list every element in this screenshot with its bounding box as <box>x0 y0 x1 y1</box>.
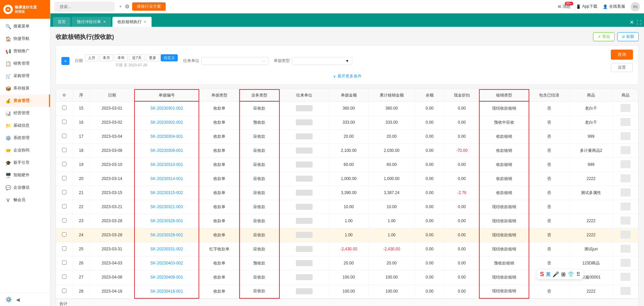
tab-home[interactable]: 首页 <box>53 17 70 27</box>
partner-input[interactable]: ··· <box>201 57 268 65</box>
col-biztype-header[interactable]: 业务类型 <box>239 89 279 101</box>
col-amount-header[interactable]: 单据金额 <box>329 89 368 101</box>
cell-checkbox[interactable] <box>56 115 73 129</box>
row-checkbox[interactable] <box>62 204 66 208</box>
col-goods1-header[interactable]: 商品 <box>569 89 613 101</box>
export-button[interactable]: ↗ 导出 <box>593 32 614 41</box>
docno-link[interactable]: SK-20230302-002 <box>150 120 183 125</box>
cell-checkbox[interactable] <box>56 158 73 172</box>
tab-receipt-exec[interactable]: 收款核销执行 ✕ <box>112 17 152 27</box>
date-last-month[interactable]: 上月 <box>85 54 98 61</box>
user-avatar[interactable]: Rit <box>631 2 640 11</box>
sidebar-item-marketing[interactable]: 📢营销推广 <box>0 45 50 57</box>
docno-link[interactable]: SK-20230321-003 <box>150 204 183 209</box>
global-search-input[interactable] <box>57 3 108 10</box>
col-docno-header[interactable]: 单据编号 <box>135 89 199 101</box>
row-checkbox[interactable] <box>62 148 66 152</box>
sidebar-item-member[interactable]: V畅会员 <box>0 194 50 206</box>
col-balance-header[interactable]: 余额 <box>415 89 444 101</box>
col-offsettype-header[interactable]: 核销类型 <box>479 89 529 101</box>
date-custom[interactable]: 自定义 <box>161 54 178 61</box>
docno-link[interactable]: SK-20230328-002 <box>150 233 183 237</box>
docno-link[interactable]: SK-20230418-001 <box>150 289 183 294</box>
docno-link[interactable]: SK-20230328-001 <box>150 219 183 223</box>
app-download-button[interactable]: 📱 App下载 <box>576 4 597 9</box>
row-checkbox[interactable] <box>62 120 66 124</box>
query-button[interactable]: 查询 <box>611 50 633 60</box>
row-checkbox[interactable] <box>62 134 66 138</box>
tab-payable-close[interactable]: ✕ <box>103 20 106 24</box>
row-checkbox[interactable] <box>62 162 66 166</box>
sidebar-item-inventory[interactable]: 📦库存核算 <box>0 82 50 95</box>
cell-checkbox[interactable] <box>56 129 73 143</box>
row-checkbox[interactable] <box>62 176 66 180</box>
col-partner-header[interactable]: 往来单位 <box>279 89 329 101</box>
sidebar-item-guide[interactable]: 🎓新手引导 <box>0 157 50 169</box>
sidebar-item-wechat[interactable]: 💬企业微信 <box>0 181 50 194</box>
gear-icon[interactable]: ⚙ <box>125 3 129 10</box>
sidebar-item-search[interactable]: 🔍搜索菜单 <box>0 20 50 33</box>
tab-close-window-icon[interactable]: ✕ <box>630 19 634 25</box>
cell-checkbox[interactable] <box>56 172 73 186</box>
expand-more-button[interactable]: ∨ 展开更多条件 <box>61 72 633 80</box>
sidebar-item-system[interactable]: ⚙️系统管理 <box>0 132 50 144</box>
docno-link[interactable]: SK-20230315-002 <box>150 190 183 195</box>
row-checkbox[interactable] <box>62 190 66 194</box>
row-checkbox[interactable] <box>62 289 66 293</box>
sidebar-item-basic[interactable]: 📁基础信息 <box>0 119 50 132</box>
cell-checkbox[interactable] <box>56 101 73 115</box>
date-7days[interactable]: 近7天 <box>129 54 145 61</box>
row-checkbox[interactable] <box>62 232 66 237</box>
docno-link[interactable]: SK-20230301-002 <box>150 106 183 111</box>
col-doctype-header[interactable]: 单据类型 <box>199 89 239 101</box>
row-checkbox[interactable] <box>62 106 66 110</box>
row-checkbox[interactable] <box>62 246 66 251</box>
search-dropdown-icon[interactable]: ▼ <box>119 5 122 8</box>
refresh-button[interactable]: ↺ 刷新 <box>617 32 639 41</box>
settings-footer-icon[interactable]: ⚙️ <box>5 296 12 303</box>
docno-link[interactable]: SK-20230314-001 <box>150 176 183 181</box>
sidebar-item-corp[interactable]: 🤝企业协同 <box>0 144 50 157</box>
date-more[interactable]: 更多 <box>146 54 159 61</box>
col-settled-header[interactable]: 包含已结清 <box>529 89 570 101</box>
sidebar-item-operation[interactable]: 📊经营管理 <box>0 107 50 119</box>
receipt-type-select[interactable]: ▼ <box>292 57 352 65</box>
tab-receipt-close[interactable]: ✕ <box>144 20 147 24</box>
cell-checkbox[interactable] <box>56 186 73 200</box>
docno-link[interactable]: SK-20230408-001 <box>150 275 183 280</box>
cell-checkbox[interactable] <box>56 200 73 214</box>
filter-toggle-button[interactable]: » <box>61 57 69 65</box>
tab-maximize-icon[interactable]: ⛶ <box>637 20 641 25</box>
cell-checkbox[interactable] <box>56 228 73 242</box>
cell-checkbox[interactable] <box>56 143 73 158</box>
sidebar-item-sales[interactable]: 📋销售管理 <box>0 57 50 70</box>
cell-checkbox[interactable] <box>56 256 73 270</box>
docno-link[interactable]: SK-20230308-001 <box>150 148 183 153</box>
date-this-year[interactable]: 本年 <box>114 54 128 61</box>
solution-button[interactable]: 体验行业方案 <box>132 2 166 11</box>
docno-link[interactable]: SK-20230403-002 <box>150 261 183 265</box>
tab-payable[interactable]: 预付冲应付单 ✕ <box>72 17 111 27</box>
cell-checkbox[interactable] <box>56 242 73 256</box>
row-checkbox[interactable] <box>62 274 66 279</box>
partner-dots[interactable]: ··· <box>262 59 265 63</box>
message-button[interactable]: ✉ 消息 99+ <box>558 4 571 9</box>
collapse-icon[interactable]: ◀ <box>16 297 20 302</box>
docno-link[interactable]: SK-20230331-002 <box>150 247 183 251</box>
sidebar-item-quicknav[interactable]: 🏠快捷导航 <box>0 33 50 45</box>
col-offset-header[interactable]: 累计核销金额 <box>369 89 415 101</box>
cell-checkbox[interactable] <box>56 270 73 284</box>
col-discount-header[interactable]: 现金折扣 <box>444 89 479 101</box>
sidebar-item-hardware[interactable]: 🖥️智能硬件 <box>0 169 50 181</box>
row-checkbox[interactable] <box>62 218 66 223</box>
sidebar-item-purchase[interactable]: 🛒采购管理 <box>0 70 50 82</box>
cell-checkbox[interactable] <box>56 214 73 228</box>
date-this-month[interactable]: 本月 <box>100 54 113 61</box>
cell-checkbox[interactable] <box>56 284 73 298</box>
col-date-header[interactable]: 日期 <box>90 89 134 101</box>
col-goods2-header[interactable]: 商品 <box>613 89 638 101</box>
row-checkbox[interactable] <box>62 260 66 265</box>
sidebar-item-finance[interactable]: 💰资金管理 <box>0 95 50 107</box>
customer-service-button[interactable]: 👤 在线客服 <box>603 4 625 9</box>
col-settings-header[interactable]: ⚙ <box>56 89 73 101</box>
